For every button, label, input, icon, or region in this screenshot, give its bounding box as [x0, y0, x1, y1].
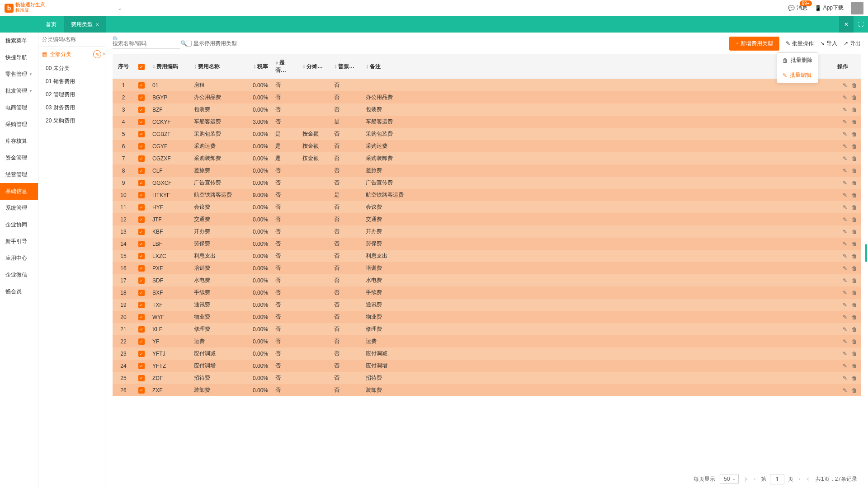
delete-row-icon[interactable]: 🗑: [852, 314, 857, 320]
show-disabled-checkbox[interactable]: 显示停用费用类型: [186, 40, 237, 47]
edit-row-icon[interactable]: ✎: [843, 107, 847, 113]
sidebar-item[interactable]: 电商管理: [0, 99, 38, 116]
edit-row-icon[interactable]: ✎: [843, 265, 847, 272]
close-all-tabs[interactable]: ✕: [839, 16, 854, 33]
tree-item[interactable]: 01 销售费用: [42, 75, 101, 88]
delete-row-icon[interactable]: 🗑: [852, 143, 857, 150]
col-pz[interactable]: ▲▼普票…: [330, 54, 362, 79]
sidebar-item[interactable]: 新手引导: [0, 233, 38, 250]
page-size-select[interactable]: 50: [720, 474, 738, 484]
messages-link[interactable]: 💬 消息 99+: [788, 4, 807, 12]
edit-row-icon[interactable]: ✎: [843, 192, 847, 198]
col-share[interactable]: ▲▼分摊…: [299, 54, 330, 79]
table-row[interactable]: 7 ✓ CGZXF 采购装卸费 0.00% 是 按金额 否 采购装卸费 ✎🗑: [113, 152, 861, 164]
sidebar-item[interactable]: 库存核算: [0, 133, 38, 150]
last-page-button[interactable]: ›|: [805, 476, 811, 482]
delete-row-icon[interactable]: 🗑: [852, 253, 857, 259]
col-yn[interactable]: ▲▼是否…: [272, 54, 299, 79]
close-icon[interactable]: ✕: [95, 22, 99, 27]
sidebar-item[interactable]: 资金管理: [0, 150, 38, 166]
page-input[interactable]: [770, 474, 784, 484]
delete-row-icon[interactable]: 🗑: [852, 107, 857, 113]
table-row[interactable]: 6 ✓ CGYF 采购运费 0.00% 是 按金额 否 采购运费 ✎🗑: [113, 140, 861, 152]
delete-row-icon[interactable]: 🗑: [852, 82, 857, 89]
delete-row-icon[interactable]: 🗑: [852, 192, 857, 198]
edit-row-icon[interactable]: ✎: [843, 241, 847, 247]
sidebar-item[interactable]: 快捷导航: [0, 49, 38, 66]
delete-row-icon[interactable]: 🗑: [852, 290, 857, 296]
col-remark[interactable]: ▲▼备注: [362, 54, 825, 79]
table-row[interactable]: 11 ✓ HYF 会议费 0.00% 否 否 会议费 ✎🗑: [113, 201, 861, 213]
delete-row-icon[interactable]: 🗑: [852, 168, 857, 174]
delete-row-icon[interactable]: 🗑: [852, 241, 857, 247]
import-button[interactable]: ↘ 导入: [820, 40, 837, 47]
edit-row-icon[interactable]: ✎: [843, 387, 847, 394]
tree-item[interactable]: 00 未分类: [42, 62, 101, 75]
table-row[interactable]: 8 ✓ CLF 差旅费 0.00% 否 否 差旅费 ✎🗑: [113, 164, 861, 177]
tab-expense-type[interactable]: 费用类型 ✕: [64, 16, 106, 33]
table-row[interactable]: 10 ✓ HTKYF 航空铁路客运费 9.00% 否 是 航空铁路客运费 ✎🗑: [113, 189, 861, 201]
table-row[interactable]: 25 ✓ ZDF 招待费 0.00% 否 否 招待费 ✎🗑: [113, 372, 861, 384]
edit-row-icon[interactable]: ✎: [843, 351, 847, 357]
table-row[interactable]: 1 ✓ 01 房租 0.00% 否 否 ✎🗑: [113, 79, 861, 92]
edit-row-icon[interactable]: ✎: [843, 94, 847, 101]
batch-edit-item[interactable]: ✎ 批量编辑: [777, 68, 818, 83]
col-checkbox[interactable]: ✓: [134, 54, 149, 79]
col-code[interactable]: ▲▼费用编码: [149, 54, 190, 79]
tree-all-categories[interactable]: ▦ 全部分类 ✎: [38, 47, 105, 62]
edit-row-icon[interactable]: ✎: [843, 82, 847, 89]
delete-row-icon[interactable]: 🗑: [852, 338, 857, 345]
delete-row-icon[interactable]: 🗑: [852, 180, 857, 186]
edit-row-icon[interactable]: ✎: [843, 326, 847, 333]
sidebar-item[interactable]: 经营管理: [0, 166, 38, 183]
edit-row-icon[interactable]: ✎: [843, 155, 847, 162]
table-row[interactable]: 26 ✓ ZXF 装卸费 0.00% 否 否 装卸费 ✎🗑: [113, 384, 861, 396]
table-row[interactable]: 20 ✓ WYF 物业费 0.00% 否 否 物业费 ✎🗑: [113, 311, 861, 323]
sidebar-item[interactable]: 批发管理▼: [0, 83, 38, 99]
sidebar-item[interactable]: 基础信息: [0, 183, 38, 200]
edit-row-icon[interactable]: ✎: [843, 253, 847, 259]
delete-row-icon[interactable]: 🗑: [852, 375, 857, 381]
sidebar-item[interactable]: 搜索菜单: [0, 33, 38, 49]
table-row[interactable]: 12 ✓ JTF 交通费 0.00% 否 否 交通费 ✎🗑: [113, 213, 861, 225]
new-expense-button[interactable]: + 新增费用类型: [729, 37, 779, 51]
edit-row-icon[interactable]: ✎: [843, 229, 847, 235]
table-row[interactable]: 2 ✓ BGYP 办公用品费 0.00% 否 否 办公用品费 ✎🗑: [113, 91, 861, 103]
col-seq[interactable]: 序号: [113, 54, 134, 79]
batch-delete-item[interactable]: 🗑 批量删除: [777, 53, 818, 68]
batch-operations-button[interactable]: ✎ 批量操作: [786, 40, 814, 47]
edit-row-icon[interactable]: ✎: [843, 375, 847, 381]
col-name[interactable]: ▲▼费用名称: [190, 54, 245, 79]
app-download-link[interactable]: 📱 App下载: [815, 4, 844, 12]
avatar[interactable]: [851, 2, 863, 14]
table-row[interactable]: 19 ✓ TXF 通讯费 0.00% 否 否 通讯费 ✎🗑: [113, 299, 861, 311]
delete-row-icon[interactable]: 🗑: [852, 351, 857, 357]
delete-row-icon[interactable]: 🗑: [852, 119, 857, 125]
edit-row-icon[interactable]: ✎: [843, 180, 847, 186]
delete-row-icon[interactable]: 🗑: [852, 94, 857, 101]
edit-row-icon[interactable]: ✎: [843, 204, 847, 211]
edit-row-icon[interactable]: ✎: [843, 314, 847, 320]
delete-row-icon[interactable]: 🗑: [852, 131, 857, 137]
delete-row-icon[interactable]: 🗑: [852, 302, 857, 308]
tree-item[interactable]: 03 财务费用: [42, 101, 101, 114]
table-row[interactable]: 13 ✓ KBF 开办费 0.00% 否 否 开办费 ✎🗑: [113, 225, 861, 238]
delete-row-icon[interactable]: 🗑: [852, 265, 857, 272]
prev-page-button[interactable]: ‹: [753, 476, 757, 482]
delete-row-icon[interactable]: 🗑: [852, 229, 857, 235]
sidebar-item[interactable]: 企业微信: [0, 267, 38, 283]
delete-row-icon[interactable]: 🗑: [852, 155, 857, 162]
edit-row-icon[interactable]: ✎: [843, 168, 847, 174]
edit-row-icon[interactable]: ✎: [843, 363, 847, 369]
table-row[interactable]: 22 ✓ YF 运费 0.00% 否 否 运费 ✎🗑: [113, 335, 861, 347]
edit-row-icon[interactable]: ✎: [843, 302, 847, 308]
table-row[interactable]: 5 ✓ CGBZF 采购包装费 0.00% 是 按金额 否 采购包装费 ✎🗑: [113, 128, 861, 140]
table-row[interactable]: 14 ✓ LBF 劳保费 0.00% 否 否 劳保费 ✎🗑: [113, 238, 861, 250]
delete-row-icon[interactable]: 🗑: [852, 204, 857, 211]
tab-home[interactable]: 首页: [38, 16, 64, 33]
edit-row-icon[interactable]: ✎: [843, 216, 847, 223]
tree-search-input[interactable]: [42, 36, 110, 42]
delete-row-icon[interactable]: 🗑: [852, 387, 857, 394]
delete-row-icon[interactable]: 🗑: [852, 277, 857, 284]
resize-handle[interactable]: [865, 244, 867, 262]
